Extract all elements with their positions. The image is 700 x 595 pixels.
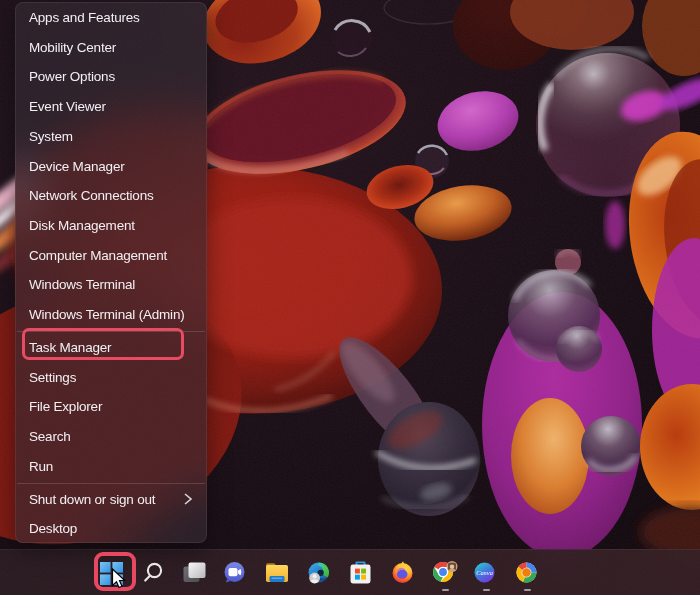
svg-text:Canva: Canva [476,569,493,576]
